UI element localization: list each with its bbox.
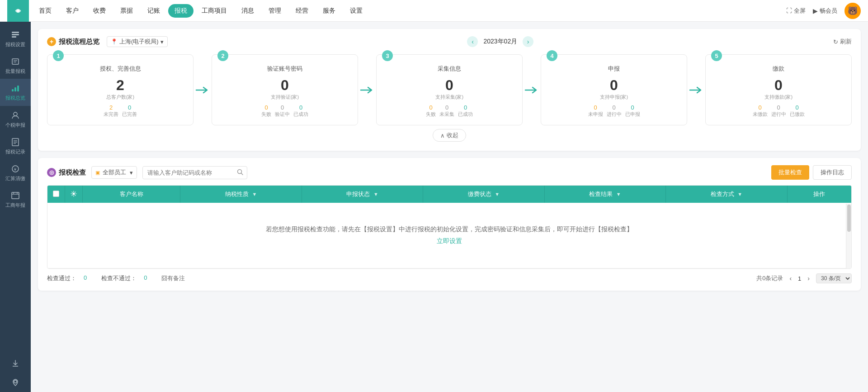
fail-label: 检查不通过： (101, 274, 137, 282)
sidebar: 报税设置 批量报税 报税总览 (0, 22, 31, 392)
step-card-2: 2 验证账号密码 0 支持验证(家) 0 失败 0 验证中 (212, 54, 358, 125)
nav-fee[interactable]: 收费 (87, 4, 112, 18)
check-table-wrap: 客户名称 纳税性质 ▼ 申报状态 ▼ 缴费状态 (47, 185, 852, 269)
stat-2-1: 0 验证中 (275, 104, 290, 118)
collapse-row: ∧ 收起 (47, 129, 852, 142)
nav-operation[interactable]: 经营 (289, 4, 315, 18)
fail-count[interactable]: 0 (144, 274, 147, 282)
nav-items: 首页 客户 收费 票据 记账 报税 工商项目 消息 管理 经营 服务 设置 (33, 4, 786, 18)
stat-4-1: 0 进行中 (607, 104, 622, 118)
nav-home[interactable]: 首页 (33, 4, 58, 18)
step-count-2: 0 (219, 76, 350, 94)
nav-invoice[interactable]: 票据 (114, 4, 139, 18)
nav-client[interactable]: 客户 (60, 4, 85, 18)
sidebar-item-tax-records[interactable]: 报税记录 (0, 133, 31, 159)
stat-label-1-1: 已完善 (122, 111, 137, 118)
sidebar-item-location[interactable] (0, 373, 31, 392)
svg-rect-8 (12, 89, 14, 91)
check-footer: 检查通过：0 检查不通过：0 囧有备注 共0条记录 ‹ 1 › 30 条/页 (47, 273, 852, 283)
search-input[interactable] (143, 167, 233, 178)
next-month-btn[interactable]: › (523, 36, 533, 47)
per-page-select[interactable]: 30 条/页 (816, 273, 852, 283)
header-checkbox[interactable] (53, 191, 59, 197)
avatar[interactable]: 🐻 (844, 3, 861, 19)
sidebar-item-annual-report[interactable]: 工商年报 (0, 186, 31, 213)
nav-service[interactable]: 服务 (316, 4, 342, 18)
nav-message[interactable]: 消息 (235, 4, 260, 18)
filter-icon-declare: ▼ (373, 191, 378, 197)
sidebar-item-tax-settings[interactable]: 报税设置 (0, 25, 31, 52)
stat-5-0: 0 未缴款 (753, 104, 768, 118)
sidebar-item-download[interactable] (0, 354, 31, 373)
prev-month-btn[interactable]: ‹ (467, 36, 478, 47)
th-settings (65, 186, 83, 203)
step-sub-1: 总客户数(家) (55, 94, 186, 100)
stat-1-1: 0 已完善 (122, 104, 137, 118)
step-stats-4: 0 未申报 0 进行中 0 已申报 (548, 104, 679, 118)
check-title-icon: ◎ (47, 168, 56, 177)
main-layout: 报税设置 批量报税 报税总览 (0, 22, 868, 392)
process-title-icon: + (47, 37, 56, 46)
batch-check-btn[interactable]: 批量检查 (771, 165, 809, 180)
sidebar-label-tax-records: 报税记录 (5, 149, 25, 155)
stat-3-2: 0 已成功 (458, 104, 473, 118)
stat-5-2: 0 已缴款 (790, 104, 805, 118)
check-section: ◎ 报税检查 ▣ 全部员工 ▾ 批量检查 操作日志 (38, 158, 861, 291)
th-tax-nature: 纳税性质 ▼ (180, 186, 302, 203)
sidebar-label-personal-tax: 个税申报 (5, 122, 25, 128)
nav-tax[interactable]: 报税 (168, 4, 193, 18)
stat-label-1-0: 未完善 (104, 111, 118, 118)
empty-message: 若您想使用报税检查功能，请先在【报税设置】中进行报税的初始化设置，完成密码验证和… (71, 225, 828, 234)
step-stats-3: 0 失败 0 未采集 0 已成功 (384, 104, 515, 118)
log-btn[interactable]: 操作日志 (813, 165, 852, 180)
personal-tax-icon (10, 110, 20, 120)
table-empty-cell: 若您想使用报税检查功能，请先在【报税设置】中进行报税的初始化设置，完成密码验证和… (47, 203, 851, 268)
tax-overview-icon (10, 83, 20, 93)
svg-rect-2 (12, 32, 19, 33)
step-stats-2: 0 失败 0 验证中 0 已成功 (219, 104, 350, 118)
svg-point-11 (14, 112, 17, 116)
setup-link[interactable]: 立即设置 (71, 237, 828, 245)
sidebar-item-settlement[interactable]: ¥ 汇算清缴 (0, 159, 31, 186)
scrollbar-track[interactable] (846, 204, 851, 268)
sidebar-item-batch-tax[interactable]: 批量报税 (0, 52, 31, 79)
process-overview-card: + 报税流程总览 📍 上海(电子税局) ▾ ‹ 2023年02月 › ↻ 刷新 (38, 29, 861, 151)
step-sub-2: 支持验证(家) (219, 94, 350, 100)
step-card-3: 3 采集信息 0 支持采集(家) 0 失败 0 未采集 (376, 54, 523, 125)
refresh-btn[interactable]: ↻ 刷新 (833, 38, 852, 46)
main-content: + 报税流程总览 📍 上海(电子税局) ▾ ‹ 2023年02月 › ↻ 刷新 (31, 22, 868, 392)
th-check-method: 检查方式 ▼ (666, 186, 787, 203)
location-tag[interactable]: 📍 上海(电子税局) ▾ (107, 36, 168, 47)
step-number-3: 3 (382, 50, 393, 61)
stat-2-2: 0 已成功 (293, 104, 308, 118)
filter-icon-tax-nature: ▼ (252, 191, 257, 197)
filter-select[interactable]: ▣ 全部员工 ▾ (91, 166, 137, 179)
settlement-icon: ¥ (10, 164, 20, 174)
nav-accounting[interactable]: 记账 (141, 4, 166, 18)
th-check-result: 检查结果 ▼ (544, 186, 665, 203)
member-btn[interactable]: ▶ 畅会员 (813, 7, 837, 15)
svg-rect-9 (14, 87, 16, 91)
step-sub-3: 支持采集(家) (384, 94, 515, 100)
sidebar-label-tax-settings: 报税设置 (5, 42, 25, 48)
total-label: 共0条记录 (756, 274, 783, 282)
th-operation: 操作 (787, 186, 851, 203)
sidebar-item-personal-tax[interactable]: 个税申报 (0, 106, 31, 133)
sidebar-label-settlement: 汇算清缴 (5, 176, 25, 182)
pass-count[interactable]: 0 (84, 274, 87, 282)
step-number-5: 5 (711, 50, 722, 61)
step-arrow-4 (687, 54, 705, 125)
nav-settings[interactable]: 设置 (344, 4, 369, 18)
nav-right: ⛶ 全屏 ▶ 畅会员 🐻 (786, 3, 861, 19)
nav-business[interactable]: 工商项目 (195, 4, 233, 18)
location-icon-small: 📍 (111, 38, 118, 45)
collapse-btn[interactable]: ∧ 收起 (433, 129, 466, 142)
sidebar-item-tax-overview[interactable]: 报税总览 (0, 79, 31, 105)
search-button[interactable] (233, 167, 247, 179)
nav-manage[interactable]: 管理 (262, 4, 288, 18)
th-pay-status: 缴费状态 ▼ (423, 186, 544, 203)
prev-page-btn[interactable]: ‹ (787, 274, 794, 283)
fullscreen-btn[interactable]: ⛶ 全屏 (786, 7, 806, 15)
tax-records-icon (10, 137, 20, 147)
next-page-btn[interactable]: › (805, 274, 812, 283)
